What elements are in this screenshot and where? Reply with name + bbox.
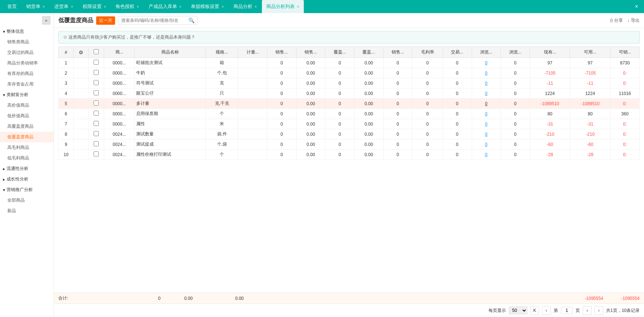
nav-permission-close[interactable]: ×: [104, 4, 106, 9]
sidebar-item-new-products[interactable]: 新品: [0, 206, 54, 216]
row-browse1[interactable]: 0: [472, 119, 501, 129]
row-browse1[interactable]: 0: [472, 78, 501, 88]
row-select-checkbox[interactable]: [94, 111, 99, 116]
row-select-checkbox[interactable]: [94, 60, 99, 65]
row-browse1[interactable]: 0: [472, 150, 501, 160]
nav-role-auth[interactable]: 角色授权 ×: [111, 0, 143, 13]
nav-role-auth-close[interactable]: ×: [137, 4, 139, 9]
per-page-select[interactable]: 50 100 200: [509, 306, 527, 314]
export-button[interactable]: ↓ 导出: [627, 17, 640, 24]
settings-icon[interactable]: ⚙: [79, 49, 83, 55]
col-code[interactable]: 商...: [104, 47, 135, 58]
row-no: 1: [59, 58, 74, 68]
last-page-button[interactable]: ›: [594, 306, 603, 315]
row-code: 0000...: [104, 99, 135, 109]
sidebar-collapse-button[interactable]: «: [42, 16, 51, 25]
search-icon[interactable]: 🔍: [188, 17, 195, 23]
row-select-checkbox[interactable]: [94, 131, 99, 136]
col-sales1[interactable]: 销售...: [267, 47, 297, 58]
sidebar-item-traded-products[interactable]: 交易过的商品: [0, 47, 54, 58]
nav-purchase-order[interactable]: 进货单 ×: [50, 0, 77, 13]
row-select-checkbox[interactable]: [94, 121, 99, 126]
sidebar-item-all-products[interactable]: 全部商品: [0, 195, 54, 206]
share-button[interactable]: ⎙ 分享: [610, 17, 623, 24]
row-browse2: 0: [501, 99, 530, 109]
sidebar-section-liquidity[interactable]: ▸ 流通性分析: [0, 163, 54, 174]
row-stock2: 97: [570, 58, 610, 68]
nav-template-settings-close[interactable]: ×: [221, 4, 224, 9]
row-browse1[interactable]: 0: [472, 129, 501, 139]
nav-sales-order-close[interactable]: ×: [43, 4, 45, 9]
nav-sales-order[interactable]: 销货单 ×: [22, 0, 49, 13]
row-sales1: 0: [267, 139, 297, 150]
col-name[interactable]: 商品名称: [135, 47, 206, 58]
col-sales2[interactable]: 销售...: [296, 47, 325, 58]
sidebar-section-wealth[interactable]: ▾ 类财富分析: [0, 90, 54, 100]
col-settings[interactable]: ⚙: [74, 47, 89, 58]
col-cover2[interactable]: 覆盖...: [354, 47, 384, 58]
row-stock2: -1089510: [570, 99, 610, 109]
row-stock3: 8730: [610, 58, 640, 68]
first-page-button[interactable]: K: [530, 306, 539, 315]
page-suffix: 页: [576, 308, 580, 314]
sidebar-item-capital-occupation[interactable]: 库存资金占用: [0, 79, 54, 90]
sidebar-section-marketing[interactable]: ▾ 营销推广分析: [0, 185, 54, 195]
nav-purchase-order-close[interactable]: ×: [71, 4, 73, 9]
row-unit: [238, 58, 267, 68]
col-stock3[interactable]: 可销...: [610, 47, 640, 58]
nav-product-analysis-close[interactable]: ×: [255, 4, 257, 9]
sidebar-item-high-margin[interactable]: 高毛利商品: [0, 142, 54, 153]
row-browse1[interactable]: 0: [472, 88, 501, 99]
sidebar-item-low-value[interactable]: 低价值商品: [0, 111, 54, 121]
sidebar-item-high-coverage[interactable]: 高覆盖度商品: [0, 121, 54, 132]
row-select-checkbox[interactable]: [94, 100, 99, 106]
nav-home[interactable]: 首页: [3, 0, 21, 13]
row-no: 8: [59, 129, 74, 139]
sidebar-item-high-value[interactable]: 高价值商品: [0, 100, 54, 111]
row-select-checkbox[interactable]: [94, 90, 99, 95]
row-browse1[interactable]: 0: [472, 58, 501, 68]
row-browse1[interactable]: 0: [472, 109, 501, 119]
sidebar-item-sales-products[interactable]: 销售类商品: [0, 37, 54, 47]
col-browse2[interactable]: 浏览...: [501, 47, 530, 58]
row-code: 0024...: [104, 150, 135, 160]
sidebar-item-low-margin[interactable]: 低毛利商品: [0, 153, 54, 163]
col-sales3[interactable]: 销售...: [383, 47, 412, 58]
prev-page-button[interactable]: ‹: [542, 306, 551, 315]
nav-product-inbound-close[interactable]: ×: [179, 4, 181, 9]
row-spec: 米: [205, 119, 238, 129]
row-select-checkbox[interactable]: [94, 80, 99, 85]
search-input[interactable]: [121, 18, 187, 23]
col-spec[interactable]: 规格...: [205, 47, 238, 58]
window-close-button[interactable]: ×: [632, 3, 641, 10]
sidebar-item-low-coverage[interactable]: 低覆盖度商品: [0, 132, 54, 142]
row-select-checkbox[interactable]: [94, 70, 99, 75]
sidebar-section-growth[interactable]: ▸ 成长性分析: [0, 174, 54, 185]
row-name: 属性: [135, 119, 206, 129]
row-select-checkbox[interactable]: [94, 141, 99, 146]
col-stock1[interactable]: 现有...: [530, 47, 570, 58]
nav-template-settings[interactable]: 单据模板设置 ×: [186, 0, 228, 13]
col-cover1[interactable]: 覆盖...: [325, 47, 354, 58]
next-page-button[interactable]: ›: [583, 306, 592, 315]
col-trade[interactable]: 交易...: [443, 47, 472, 58]
col-browse1[interactable]: 浏览...: [472, 47, 501, 58]
sidebar-item-stocked-products[interactable]: 有库存的商品: [0, 68, 54, 79]
nav-product-analysis[interactable]: 商品分析 ×: [229, 0, 261, 13]
page-input[interactable]: [561, 307, 573, 314]
sidebar-section-overview[interactable]: ▾ 整体信息: [0, 26, 54, 37]
nav-product-analysis-list[interactable]: 商品分析列表 ×: [262, 0, 303, 13]
col-stock2[interactable]: 可用...: [570, 47, 610, 58]
row-select-checkbox[interactable]: [94, 151, 99, 156]
row-browse1[interactable]: 0: [472, 68, 501, 78]
nav-product-inbound[interactable]: 产成品入库单 ×: [144, 0, 186, 13]
nav-permission[interactable]: 权限设置 ×: [78, 0, 110, 13]
sidebar-item-category-rate[interactable]: 商品分类动销率: [0, 58, 54, 68]
row-browse1[interactable]: 0: [472, 139, 501, 150]
nav-product-analysis-list-close[interactable]: ×: [297, 4, 299, 9]
time-filter-button[interactable]: 近一月: [96, 16, 115, 25]
col-gross[interactable]: 毛利率: [412, 47, 443, 58]
row-browse1[interactable]: 0: [472, 99, 501, 109]
select-all-checkbox[interactable]: [94, 49, 99, 54]
col-unit[interactable]: 计量...: [238, 47, 267, 58]
